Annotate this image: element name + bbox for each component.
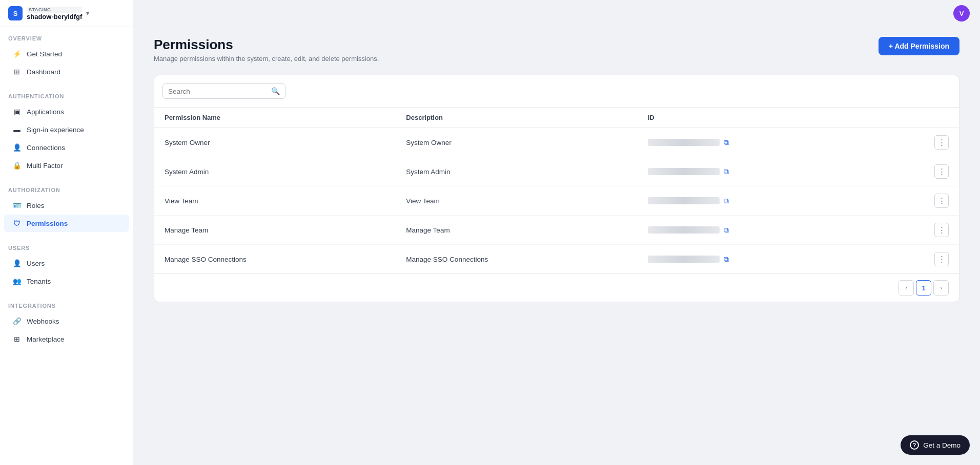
- sidebar-item-label-connections: Connections: [27, 144, 65, 152]
- sidebar-item-get-started[interactable]: ⚡Get Started: [4, 45, 129, 62]
- section-label-authorization: AUTHORIZATION: [0, 187, 133, 196]
- add-permission-button[interactable]: + Add Permission: [879, 37, 959, 55]
- sidebar-item-label-dashboard: Dashboard: [27, 68, 60, 76]
- demo-icon: ?: [910, 440, 919, 450]
- sidebar-item-sign-in-experience[interactable]: ▬Sign-in experience: [4, 121, 129, 138]
- brand-info: STAGING shadow-beryldfgf: [27, 7, 82, 20]
- sidebar-item-multi-factor[interactable]: 🔒Multi Factor: [4, 157, 129, 174]
- shield-icon: 🛡: [12, 219, 22, 228]
- section-label-users: USERS: [0, 245, 133, 254]
- section-authentication: AUTHENTICATION▣Applications▬Sign-in expe…: [0, 85, 133, 179]
- row-0-actions: ⋮: [877, 128, 959, 157]
- sidebar-item-label-users: Users: [27, 260, 45, 267]
- sidebar-item-tenants[interactable]: 👥Tenants: [4, 272, 129, 290]
- sidebar-item-label-marketplace: Marketplace: [27, 335, 65, 343]
- apps-icon: ▣: [12, 107, 22, 116]
- row-2-description: View Team: [396, 186, 637, 216]
- table-row: View TeamView Team⧉⋮: [154, 186, 959, 216]
- sidebar-item-webhooks[interactable]: 🔗Webhooks: [4, 312, 129, 330]
- row-2-actions: ⋮: [877, 186, 959, 216]
- page-title: Permissions: [154, 37, 379, 53]
- sidebar-item-label-tenants: Tenants: [27, 278, 51, 285]
- page-title-section: Permissions Manage permissions within th…: [154, 37, 379, 62]
- demo-label: Get a Demo: [923, 441, 961, 449]
- row-4-actions: ⋮: [877, 245, 959, 274]
- section-overview: OVERVIEW⚡Get Started⊞Dashboard: [0, 27, 133, 85]
- pagination: ‹ 1 ›: [154, 273, 959, 302]
- sidebar-item-roles[interactable]: 🪪Roles: [4, 197, 129, 214]
- monitor-icon: ▬: [12, 125, 22, 134]
- row-3-actions: ⋮: [877, 216, 959, 245]
- table-head: Permission Name Description ID: [154, 108, 959, 128]
- permissions-table: Permission Name Description ID System Ow…: [154, 108, 959, 273]
- row-1-actions: ⋮: [877, 157, 959, 186]
- bolt-icon: ⚡: [12, 49, 22, 58]
- page-subtitle: Manage permissions within the system, cr…: [154, 55, 379, 62]
- page-1-button[interactable]: 1: [916, 280, 931, 295]
- prev-page-button[interactable]: ‹: [899, 280, 914, 295]
- brand-name: shadow-beryldfgf: [27, 13, 82, 20]
- sidebar-item-label-get-started: Get Started: [27, 50, 62, 58]
- brand-selector[interactable]: S STAGING shadow-beryldfgf ▾: [8, 6, 89, 20]
- section-label-overview: OVERVIEW: [0, 35, 133, 45]
- more-actions-button[interactable]: ⋮: [934, 164, 949, 179]
- avatar[interactable]: V: [953, 5, 970, 22]
- copy-icon[interactable]: ⧉: [724, 167, 729, 176]
- sidebar-nav: OVERVIEW⚡Get Started⊞DashboardAUTHENTICA…: [0, 27, 133, 352]
- sidebar-item-label-webhooks: Webhooks: [27, 318, 59, 325]
- copy-icon[interactable]: ⧉: [724, 138, 729, 147]
- more-actions-button[interactable]: ⋮: [934, 135, 949, 150]
- sidebar-item-label-applications: Applications: [27, 108, 64, 116]
- more-actions-button[interactable]: ⋮: [934, 223, 949, 237]
- sidebar-item-marketplace[interactable]: ⊞Marketplace: [4, 330, 129, 348]
- section-integrations: INTEGRATIONS🔗Webhooks⊞Marketplace: [0, 294, 133, 352]
- person-icon: 👤: [12, 143, 22, 152]
- col-actions: [877, 108, 959, 128]
- lock-icon: 🔒: [12, 161, 22, 170]
- page-content: Permissions Manage permissions within th…: [133, 27, 980, 465]
- page-header: Permissions Manage permissions within th…: [154, 37, 959, 62]
- row-3-name: Manage Team: [154, 216, 396, 245]
- sidebar-item-dashboard[interactable]: ⊞Dashboard: [4, 63, 129, 80]
- copy-icon[interactable]: ⧉: [724, 255, 729, 264]
- copy-icon[interactable]: ⧉: [724, 226, 729, 235]
- id-card-icon: 🪪: [12, 201, 22, 210]
- grid-icon: ⊞: [12, 67, 22, 76]
- more-actions-button[interactable]: ⋮: [934, 194, 949, 208]
- permissions-table-card: 🔍 Permission Name Description ID System …: [154, 75, 959, 302]
- col-permission-name: Permission Name: [154, 108, 396, 128]
- sidebar-item-label-roles: Roles: [27, 202, 45, 209]
- search-input[interactable]: [168, 88, 269, 95]
- sidebar-header: S STAGING shadow-beryldfgf ▾: [0, 0, 133, 27]
- sidebar-item-connections[interactable]: 👤Connections: [4, 139, 129, 156]
- row-1-id-value: [648, 168, 720, 175]
- row-2-id-value: [648, 197, 720, 204]
- search-icon: 🔍: [271, 87, 280, 95]
- get-demo-button[interactable]: ? Get a Demo: [901, 435, 970, 455]
- row-3-id-value: [648, 226, 720, 234]
- table-row: System OwnerSystem Owner⧉⋮: [154, 128, 959, 157]
- sidebar-item-permissions[interactable]: 🛡Permissions: [4, 215, 129, 232]
- chevron-down-icon: ▾: [86, 10, 89, 17]
- row-4-id-value: [648, 256, 720, 263]
- row-0-id: ⧉: [638, 128, 877, 157]
- table-toolbar: 🔍: [154, 75, 959, 108]
- row-4-id: ⧉: [638, 245, 877, 274]
- next-page-button[interactable]: ›: [933, 280, 949, 295]
- more-actions-button[interactable]: ⋮: [934, 252, 949, 266]
- table-body: System OwnerSystem Owner⧉⋮System AdminSy…: [154, 128, 959, 274]
- section-label-authentication: AUTHENTICATION: [0, 93, 133, 102]
- table-row: System AdminSystem Admin⧉⋮: [154, 157, 959, 186]
- row-3-description: Manage Team: [396, 216, 637, 245]
- persons-icon: 👥: [12, 277, 22, 286]
- row-2-id: ⧉: [638, 186, 877, 216]
- topbar: V: [133, 0, 980, 27]
- row-0-name: System Owner: [154, 128, 396, 157]
- brand-tag: STAGING: [27, 7, 82, 13]
- sidebar-item-applications[interactable]: ▣Applications: [4, 103, 129, 120]
- section-users: USERS👤Users👥Tenants: [0, 237, 133, 294]
- grid-icon: ⊞: [12, 334, 22, 344]
- row-1-id: ⧉: [638, 157, 877, 186]
- sidebar-item-users[interactable]: 👤Users: [4, 255, 129, 272]
- copy-icon[interactable]: ⧉: [724, 197, 729, 205]
